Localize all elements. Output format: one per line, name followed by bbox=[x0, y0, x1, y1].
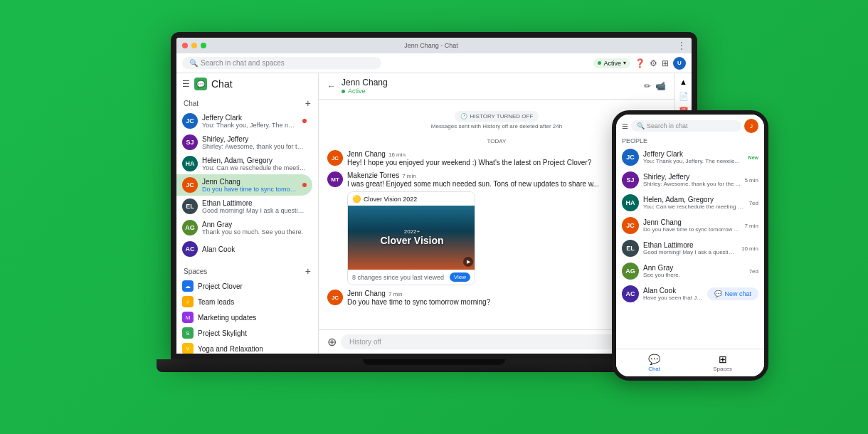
status-chip[interactable]: Active ▾ bbox=[593, 58, 630, 68]
phone-screen: ☰ 🔍 Search in chat J PEOPLE JC Jeffery C… bbox=[616, 115, 764, 376]
phone-avatar: EL bbox=[622, 240, 639, 257]
phone-user-avatar[interactable]: J bbox=[744, 119, 758, 133]
space-icon: S bbox=[182, 327, 194, 339]
close-button[interactable] bbox=[182, 43, 188, 48]
window-menu[interactable]: ⋮ bbox=[677, 41, 686, 51]
global-search-bar[interactable]: 🔍 Search in chat and spaces bbox=[182, 57, 381, 69]
help-icon[interactable]: ❓ bbox=[635, 58, 645, 68]
space-name: Team leads bbox=[198, 298, 234, 306]
sidebar-item-shirley[interactable]: SJ Shirley, Jeffery Shirley: Awesome, th… bbox=[176, 132, 312, 153]
phone-list-item[interactable]: AG Ann Gray See you there. 7ed bbox=[616, 260, 764, 282]
sidebar-item-jenn-chang[interactable]: JC Jenn Chang Do you have time to sync t… bbox=[176, 174, 312, 196]
sidebar-item-jeffery-clark[interactable]: JC Jeffery Clark You: Thank you, Jeffery… bbox=[176, 110, 312, 132]
chat-name: Jenn Chang bbox=[202, 178, 298, 186]
avatar: JC bbox=[182, 177, 198, 193]
chat-info: Helen, Adam, Gregory You: Can we resched… bbox=[202, 157, 307, 171]
phone-contact-info: Jenn Chang Do you have time to sync tomo… bbox=[643, 218, 740, 233]
phone-tab-chat[interactable]: 💬 Chat bbox=[648, 354, 660, 372]
chevron-down-icon: ▾ bbox=[623, 60, 626, 66]
settings-icon[interactable]: ⚙ bbox=[650, 58, 657, 68]
chat-info: Jeffery Clark You: Thank you, Jeffery. T… bbox=[202, 114, 298, 129]
phone-contact-info: Ann Gray See you there. bbox=[643, 264, 745, 278]
chat-preview: You: Can we reschedule the meeting for..… bbox=[202, 164, 307, 171]
drive-icon[interactable]: ▲ bbox=[679, 78, 687, 86]
phone-tab-spaces[interactable]: ⊞ Spaces bbox=[713, 354, 732, 372]
spaces-label: Spaces bbox=[184, 268, 207, 275]
back-button[interactable]: ← bbox=[327, 81, 336, 91]
edit-icon[interactable]: ✏ bbox=[644, 81, 651, 91]
chat-name: Ann Gray bbox=[202, 221, 307, 228]
docs-icon[interactable]: 📄 bbox=[679, 92, 689, 101]
phone-search-input[interactable]: 🔍 Search in chat bbox=[631, 120, 741, 132]
sidebar-header: ☰ 💬 Chat bbox=[176, 73, 318, 95]
changes-text: 8 changes since you last viewed bbox=[352, 274, 444, 281]
add-attachment-button[interactable]: ⊕ bbox=[327, 335, 337, 349]
new-chat-button[interactable]: 💬 New chat bbox=[707, 287, 758, 300]
phone-list-item[interactable]: HA Helen, Adam, Gregory You: Can we resc… bbox=[616, 191, 764, 214]
space-name: Marketing updates bbox=[198, 314, 256, 322]
add-chat-button[interactable]: + bbox=[305, 97, 311, 109]
chat-info: Jenn Chang Do you have time to sync tomo… bbox=[202, 178, 298, 193]
phone-contact-info: Ethan Lattimore Good morning! May I ask … bbox=[643, 241, 737, 255]
apps-icon[interactable]: ⊞ bbox=[662, 58, 669, 68]
sidebar-item-ann[interactable]: AG Ann Gray Thank you so much. See you t… bbox=[176, 217, 312, 238]
phone-time: 7ed bbox=[749, 200, 758, 206]
slides-icon: 🟡 bbox=[352, 195, 361, 203]
phone-list-item[interactable]: JC Jenn Chang Do you have time to sync t… bbox=[616, 214, 764, 237]
unread-indicator bbox=[302, 119, 307, 123]
sidebar-item-project-clover[interactable]: ☁ Project Clover bbox=[176, 278, 318, 294]
phone-meta: 7ed bbox=[749, 200, 758, 206]
card-visual-name: Clover Vision bbox=[380, 235, 443, 246]
phone-list-item[interactable]: JC Jeffery Clark You: Thank you, Jeffery… bbox=[616, 146, 764, 169]
chat-header: ← Jenn Chang Active ✏ 📹 bbox=[319, 73, 674, 100]
phone-avatar: SJ bbox=[622, 171, 639, 189]
hamburger-icon[interactable]: ☰ bbox=[182, 79, 190, 89]
view-button[interactable]: View bbox=[450, 272, 470, 282]
chat-preview: Shirley: Awesome, thank you for the... bbox=[202, 143, 307, 150]
sidebar-item-alan[interactable]: AC Alan Cook bbox=[176, 238, 312, 260]
phone-contact-preview: You: Can we reschedule the meeting fo... bbox=[643, 203, 745, 210]
phone-contact-preview: Do you have time to sync tomorrow mor... bbox=[643, 226, 740, 233]
laptop-notch bbox=[363, 359, 505, 365]
card-visual-text: 2022+ Clover Vision bbox=[380, 228, 443, 247]
phone-meta: 7ed bbox=[749, 268, 758, 275]
phone-list-item[interactable]: SJ Shirley, Jeffery Shirley: Awesome, th… bbox=[616, 169, 764, 191]
sidebar-item-team-leads[interactable]: ⚡ Team leads bbox=[176, 294, 318, 309]
play-button[interactable]: ▶ bbox=[463, 257, 473, 267]
contact-name: Jenn Chang bbox=[342, 78, 638, 88]
video-call-icon[interactable]: 📹 bbox=[655, 81, 666, 91]
phone-contact-name: Jeffery Clark bbox=[643, 150, 744, 158]
sidebar-item-yoga[interactable]: Y Yoga and Relaxation bbox=[176, 341, 318, 354]
chat-info: Alan Cook bbox=[202, 245, 307, 253]
sidebar-item-helen[interactable]: HA Helen, Adam, Gregory You: Can we resc… bbox=[176, 153, 312, 174]
phone-action: 💬 New chat bbox=[707, 287, 758, 300]
phone-list-item[interactable]: EL Ethan Lattimore Good morning! May I a… bbox=[616, 237, 764, 260]
phone-contact-info: Jeffery Clark You: Thank you, Jeffery. T… bbox=[643, 150, 744, 164]
chat-preview: You: Thank you, Jeffery. The newe... bbox=[202, 122, 298, 129]
sidebar-item-skylight[interactable]: S Project Skylight bbox=[176, 325, 318, 341]
chat-preview: Good morning! May I ask a question? bbox=[202, 207, 307, 214]
sidebar: ☰ 💬 Chat Chat + JC Jeffery Clark You: Th… bbox=[176, 73, 319, 354]
top-bar: 🔍 Search in chat and spaces Active ▾ ❓ ⚙… bbox=[176, 53, 692, 73]
card-attachment[interactable]: 🟡 Clover Vision 2022 2022+ Clover Vision bbox=[347, 191, 475, 285]
space-icon: ⚡ bbox=[182, 296, 194, 307]
unread-indicator bbox=[302, 183, 307, 187]
add-space-button[interactable]: + bbox=[305, 265, 311, 277]
sidebar-item-marketing[interactable]: M Marketing updates bbox=[176, 309, 318, 325]
spaces-section-header: Spaces + bbox=[176, 263, 318, 278]
phone-contact-info: Shirley, Jeffery Shirley: Awesome, thank… bbox=[643, 173, 740, 187]
user-avatar[interactable]: U bbox=[673, 57, 686, 70]
avatar: SJ bbox=[182, 134, 198, 150]
phone-time: 7 min bbox=[744, 223, 758, 229]
message-time: 7 min bbox=[402, 173, 416, 179]
phone-search-bar: ☰ 🔍 Search in chat J bbox=[616, 115, 764, 136]
phone-list-item[interactable]: AC Alan Cook Have you seen that Jack som… bbox=[616, 282, 764, 305]
message-avatar: MT bbox=[327, 171, 343, 187]
clock-icon: 🕐 bbox=[460, 113, 467, 120]
message-sender: Jenn Chang bbox=[347, 290, 386, 297]
space-icon: Y bbox=[182, 343, 194, 354]
phone-hamburger[interactable]: ☰ bbox=[622, 122, 628, 130]
spaces-tab-label: Spaces bbox=[713, 366, 732, 372]
avatar: HA bbox=[182, 156, 198, 171]
sidebar-item-ethan[interactable]: EL Ethan Lattimore Good morning! May I a… bbox=[176, 196, 312, 217]
